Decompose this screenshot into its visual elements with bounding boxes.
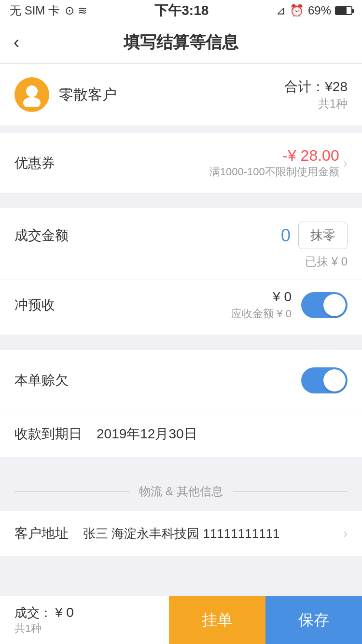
coupon-label: 优惠券 [14,154,55,172]
chevron-right-icon: › [343,155,348,171]
hang-button[interactable]: 挂单 [169,596,265,644]
avatar-icon [20,83,44,107]
wifi-icon: ⊙ ≋ [65,4,87,17]
status-right: ⊿ ⏰ 69% [276,4,352,17]
svg-point-1 [23,97,41,107]
toggle-knob [323,294,346,316]
address-label: 客户地址 [14,524,69,543]
page-title: 填写结算等信息 [124,31,238,54]
debt-toggle[interactable] [301,367,348,393]
coupon-section[interactable]: 优惠券 -¥ 28.00 满1000-100不限制使用金额 › [0,133,362,193]
amount-sub: 已抹 ¥ 0 [0,254,362,279]
bottom-count: 共1种 [14,621,154,636]
customer-name: 零散客户 [59,85,117,105]
svg-point-0 [26,85,38,97]
bottom-deal-amount: ¥ 0 [55,605,74,620]
battery-percent: 69% [308,4,331,17]
hang-label: 挂单 [202,610,233,631]
status-left: 无 SIM 卡 ⊙ ≋ [10,3,87,18]
bottom-summary: 成交： ¥ 0 共1种 [0,596,169,644]
coupon-discount: -¥ 28.00 [282,147,339,165]
divider-line-left [14,491,129,492]
amount-row: 成交金额 0 抹零 [0,208,362,254]
section-divider-1 [0,200,362,208]
prepay-right: ¥ 0 应收金额 ¥ 0 [231,289,348,321]
coupon-desc: 满1000-100不限制使用金额 [209,165,339,179]
debt-label: 本单赊欠 [14,371,69,390]
due-value[interactable]: 2019年12月30日 [97,425,197,443]
customer-count: 共1种 [284,96,348,112]
logistics-label: 物流 & 其他信息 [139,484,223,499]
section-divider-3 [0,464,362,472]
customer-row: 零散客户 合计：¥28 共1种 [0,64,362,126]
status-time: 下午3:18 [154,1,209,20]
coupon-row[interactable]: 优惠券 -¥ 28.00 满1000-100不限制使用金额 › [0,133,362,193]
logistics-divider: 物流 & 其他信息 [0,472,362,511]
sim-indicator: 无 SIM 卡 [10,3,60,18]
amount-label: 成交金额 [14,226,69,245]
prepay-toggle[interactable] [301,292,348,318]
address-section[interactable]: 客户地址 张三 海淀永丰科技园 11111111111 › [0,511,362,556]
location-icon: ⊿ [276,4,286,17]
prepay-label: 冲预收 [14,296,55,314]
amount-right: 0 抹零 [281,222,348,249]
coupon-right: -¥ 28.00 满1000-100不限制使用金额 › [209,147,348,179]
customer-left: 零散客户 [14,77,117,112]
amount-value[interactable]: 0 [281,225,291,246]
section-divider-2 [0,342,362,350]
address-value: 张三 海淀永丰科技园 11111111111 [83,525,339,542]
debt-row: 本单赊欠 [0,350,362,411]
divider-line-right [233,491,348,492]
save-label: 保存 [298,610,329,631]
address-chevron-icon: › [343,526,348,541]
debt-toggle-knob [323,369,346,392]
customer-summary: 合计：¥28 共1种 [284,78,348,112]
transaction-section: 成交金额 0 抹零 已抹 ¥ 0 冲预收 ¥ 0 应收金额 ¥ 0 [0,208,362,335]
customer-section: 零散客户 合计：¥28 共1种 [0,64,362,126]
status-bar: 无 SIM 卡 ⊙ ≋ 下午3:18 ⊿ ⏰ 69% [0,0,362,21]
address-row[interactable]: 客户地址 张三 海淀永丰科技园 11111111111 › [0,511,362,556]
battery-icon [335,6,352,15]
prepay-amount: ¥ 0 [273,289,292,305]
coupon-text-block: -¥ 28.00 满1000-100不限制使用金额 [209,147,339,179]
prepay-receivable: 应收金额 ¥ 0 [231,307,292,321]
alarm-icon: ⏰ [290,4,304,17]
customer-total: 合计：¥28 [284,78,348,96]
prepay-row: 冲预收 ¥ 0 应收金额 ¥ 0 [0,279,362,335]
debt-section: 本单赊欠 收款到期日 2019年12月30日 [0,350,362,457]
bottom-deal-label: 成交： [14,604,52,621]
due-row: 收款到期日 2019年12月30日 [0,411,362,457]
bottom-bar: 成交： ¥ 0 共1种 挂单 保存 [0,596,362,644]
due-label: 收款到期日 [14,425,82,443]
bottom-deal-row: 成交： ¥ 0 [14,604,154,621]
round-button[interactable]: 抹零 [298,222,348,249]
back-button[interactable]: ‹ [14,32,19,53]
nav-bar: ‹ 填写结算等信息 [0,21,362,64]
prepay-info: ¥ 0 应收金额 ¥ 0 [231,289,292,321]
avatar [14,77,49,112]
save-button[interactable]: 保存 [265,596,362,644]
